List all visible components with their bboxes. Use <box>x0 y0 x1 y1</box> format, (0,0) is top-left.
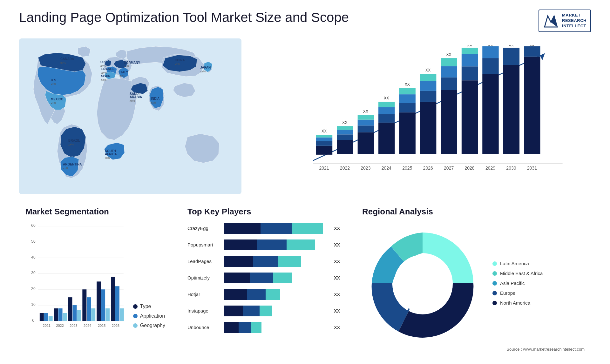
svg-text:XX: XX <box>425 68 430 72</box>
svg-rect-90 <box>503 65 519 154</box>
svg-text:JAPAN: JAPAN <box>200 66 211 69</box>
player-bar-leadpages <box>224 256 328 267</box>
svg-text:CANADA: CANADA <box>60 57 74 61</box>
segmentation-title: Market Segmentation <box>25 207 165 217</box>
bar-seg1 <box>224 223 261 234</box>
svg-text:AFRICA: AFRICA <box>105 152 117 156</box>
svg-rect-42 <box>316 135 332 137</box>
svg-rect-120 <box>63 313 67 321</box>
mea-dot <box>492 271 497 276</box>
svg-text:XX: XX <box>405 82 410 87</box>
svg-text:2023: 2023 <box>361 165 370 170</box>
player-row-optimizely: Optimizely XX <box>187 273 340 283</box>
svg-rect-128 <box>91 308 95 321</box>
type-label: Type <box>140 304 151 309</box>
svg-rect-131 <box>101 289 105 321</box>
svg-rect-84 <box>462 48 478 54</box>
svg-text:2026: 2026 <box>112 323 119 327</box>
player-value-leadpages: XX <box>334 259 340 264</box>
bar-seg1 <box>224 256 253 267</box>
player-name-unbounce: Unbounce <box>187 325 221 330</box>
regional-legend-apac: Asia Pacific <box>492 280 543 286</box>
svg-text:0: 0 <box>32 318 35 323</box>
na-dot <box>492 301 497 305</box>
svg-rect-119 <box>58 308 63 321</box>
svg-rect-135 <box>115 286 119 321</box>
logo-container: MARKET RESEARCH INTELLECT <box>539 10 591 32</box>
bar-seg1 <box>224 239 257 250</box>
player-bar-crazyegg <box>224 223 328 234</box>
player-row-leadpages: LeadPages XX <box>187 256 340 267</box>
svg-text:2022: 2022 <box>56 323 64 327</box>
legend-geography: Geography <box>133 323 165 328</box>
svg-text:xx%: xx% <box>119 74 125 78</box>
player-name-optimizely: Optimizely <box>187 275 221 280</box>
player-name-hotjar: Hotjar <box>187 292 221 297</box>
geo-dot <box>133 323 138 328</box>
svg-text:MEXICO: MEXICO <box>51 98 64 101</box>
svg-text:10: 10 <box>31 302 36 307</box>
svg-text:xx%: xx% <box>124 65 129 68</box>
regional-legend-latin: Latin America <box>492 261 543 266</box>
svg-rect-94 <box>524 46 540 57</box>
na-label: North America <box>500 300 530 306</box>
bar-seg2 <box>243 306 260 316</box>
svg-rect-136 <box>120 308 124 321</box>
svg-rect-124 <box>77 310 81 321</box>
bar-seg3 <box>251 322 261 333</box>
player-name-instapage: Instapage <box>187 308 221 313</box>
player-bar-popupsmart <box>224 239 328 250</box>
svg-rect-52 <box>358 125 374 132</box>
svg-point-138 <box>394 255 451 312</box>
svg-text:xx%: xx% <box>51 83 56 86</box>
svg-rect-53 <box>358 119 374 125</box>
svg-rect-66 <box>399 88 416 94</box>
svg-rect-48 <box>337 126 353 130</box>
bar-seg1 <box>224 306 243 316</box>
latin-dot <box>492 261 497 266</box>
svg-text:INDIA: INDIA <box>151 97 159 100</box>
svg-rect-91 <box>503 48 519 65</box>
bar-chart-container: 2021 XX 2022 XX 2023 XX <box>254 38 591 194</box>
svg-rect-60 <box>378 102 395 107</box>
svg-text:2028: 2028 <box>464 165 474 170</box>
player-row-instapage: Instapage XX <box>187 306 340 316</box>
europe-label: Europe <box>500 290 515 296</box>
donut-legend-area: Latin America Middle East & Africa Asia … <box>362 223 585 344</box>
svg-text:xx%: xx% <box>175 63 180 66</box>
world-map-svg: CANADA xx% U.S. xx% MEXICO xx% BRAZIL xx… <box>19 38 241 194</box>
svg-rect-88 <box>482 46 498 58</box>
apac-label: Asia Pacific <box>500 280 525 286</box>
bar-seg1 <box>224 289 247 300</box>
svg-text:2029: 2029 <box>485 165 495 170</box>
svg-rect-115 <box>44 313 48 321</box>
legend-type: Type <box>133 304 165 309</box>
app-dot <box>133 314 138 318</box>
latin-label: Latin America <box>500 261 529 266</box>
svg-rect-114 <box>40 313 44 321</box>
svg-rect-45 <box>337 140 353 154</box>
player-value-hotjar: XX <box>334 292 340 297</box>
svg-rect-64 <box>399 103 416 112</box>
player-value-unbounce: XX <box>334 325 340 330</box>
svg-rect-69 <box>420 102 436 154</box>
player-bar-optimizely <box>224 273 328 283</box>
svg-text:40: 40 <box>31 255 36 259</box>
svg-rect-51 <box>358 132 374 153</box>
player-value-optimizely: XX <box>334 275 340 280</box>
apac-dot <box>492 281 497 286</box>
svg-rect-123 <box>72 305 77 321</box>
bar-seg2 <box>239 322 251 333</box>
player-row-unbounce: Unbounce XX <box>187 322 340 333</box>
svg-rect-72 <box>420 74 436 81</box>
regional-title: Regional Analysis <box>362 207 585 217</box>
svg-text:XX: XX <box>363 109 368 114</box>
svg-rect-65 <box>399 94 416 103</box>
svg-text:2022: 2022 <box>340 165 350 170</box>
regional-legend-europe: Europe <box>492 290 543 296</box>
svg-text:CHINA: CHINA <box>175 58 185 62</box>
europe-dot <box>492 291 497 295</box>
svg-text:2024: 2024 <box>382 165 391 170</box>
player-row-hotjar: Hotjar XX <box>187 289 340 300</box>
svg-text:xx%: xx% <box>130 99 135 102</box>
